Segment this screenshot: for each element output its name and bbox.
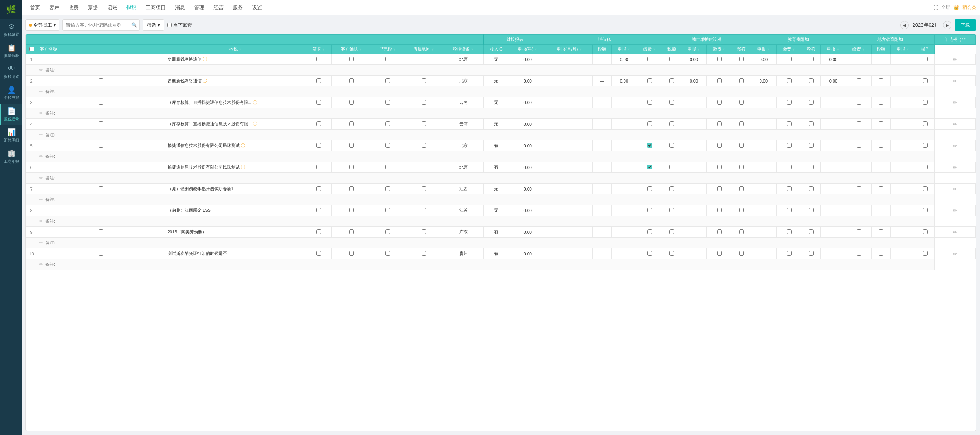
zz-shenbao-cell-checkbox[interactable] xyxy=(647,186,652,191)
jy-shenbao-cell-checkbox[interactable] xyxy=(787,229,792,234)
zz-shenbao-cell-checkbox[interactable] xyxy=(647,121,652,126)
cs-jiaofei-cell-checkbox[interactable] xyxy=(739,229,744,234)
check-all-checkbox[interactable] xyxy=(29,47,34,51)
row-checkbox[interactable] xyxy=(99,100,103,105)
df-jiaofei-cell-checkbox[interactable] xyxy=(879,57,883,61)
edit-icon[interactable]: ✏ xyxy=(953,186,957,192)
jy-jiaofei-cell-checkbox[interactable] xyxy=(809,165,814,169)
queren-cell-checkbox[interactable] xyxy=(385,100,390,105)
wanshui-cell-checkbox[interactable] xyxy=(422,165,426,169)
cs-shenbao-cell-checkbox[interactable] xyxy=(717,57,722,61)
edit-remark-icon[interactable]: ✏ xyxy=(39,111,43,115)
th-zz-shenbao[interactable]: 申报▼ xyxy=(611,45,637,54)
edit-remark-icon[interactable]: ✏ xyxy=(39,67,43,72)
chaoshui-cell-checkbox[interactable] xyxy=(316,208,321,212)
df-jiaofei-cell-checkbox[interactable] xyxy=(879,186,883,191)
df-shenbao-cell-checkbox[interactable] xyxy=(857,57,861,61)
yh-shenbao-cell-checkbox[interactable] xyxy=(923,57,928,61)
jy-shenbao-cell-checkbox[interactable] xyxy=(787,186,792,191)
df-jiaofei-cell-checkbox[interactable] xyxy=(879,78,883,83)
zz-jiaofei-cell-checkbox[interactable] xyxy=(669,78,674,83)
nav-tax[interactable]: 报税 xyxy=(122,0,141,15)
queren-cell-checkbox[interactable] xyxy=(385,78,390,83)
sidebar-item-gongshangnian-bao[interactable]: 🏢 工商年报 xyxy=(0,146,22,167)
cs-jiaofei-cell-checkbox[interactable] xyxy=(739,251,744,256)
zz-jiaofei-cell-checkbox[interactable] xyxy=(669,143,674,148)
row-checkbox[interactable] xyxy=(99,186,103,191)
zz-jiaofei-cell-checkbox[interactable] xyxy=(669,229,674,234)
nav-manage[interactable]: 管理 xyxy=(190,0,209,15)
edit-icon[interactable]: ✏ xyxy=(953,121,957,127)
th-cs-jiaofei[interactable]: 缴费▼ xyxy=(707,45,732,54)
df-jiaofei-cell-checkbox[interactable] xyxy=(879,229,883,234)
edit-cell[interactable]: ✏ xyxy=(935,184,976,194)
row-checkbox[interactable] xyxy=(99,121,103,126)
df-shenbao-cell-checkbox[interactable] xyxy=(857,78,861,83)
jy-shenbao-cell-checkbox[interactable] xyxy=(787,143,792,148)
queren-cell-checkbox[interactable] xyxy=(385,229,390,234)
nav-fees[interactable]: 收费 xyxy=(64,0,83,15)
chaoshui-cell-checkbox[interactable] xyxy=(316,78,321,83)
edit-remark-icon[interactable]: ✏ xyxy=(39,89,43,94)
zz-jiaofei-cell-checkbox[interactable] xyxy=(669,186,674,191)
qingka-cell-checkbox[interactable] xyxy=(349,57,354,61)
sidebar-item-baoshui-shezhi[interactable]: ⚙ 报税设置 xyxy=(0,19,22,40)
cs-jiaofei-cell-checkbox[interactable] xyxy=(739,143,744,148)
yh-shenbao-cell-checkbox[interactable] xyxy=(923,78,928,83)
jy-shenbao-cell-checkbox[interactable] xyxy=(787,78,792,83)
zz-jiaofei-cell-checkbox[interactable] xyxy=(669,121,674,126)
df-jiaofei-cell-checkbox[interactable] xyxy=(879,121,883,126)
edit-remark-icon[interactable]: ✏ xyxy=(39,175,43,180)
nav-invoice[interactable]: 票据 xyxy=(83,0,103,15)
sidebar-item-huizong-mingxi[interactable]: 📊 汇总明细 xyxy=(0,125,22,146)
df-shenbao-cell-checkbox[interactable] xyxy=(857,100,861,105)
th-queren[interactable]: 客户确认▼ xyxy=(332,45,371,54)
th-yh-shenbao[interactable]: 申报▼ xyxy=(890,45,916,54)
cs-jiaofei-cell-checkbox[interactable] xyxy=(739,208,744,212)
df-jiaofei-cell-checkbox[interactable] xyxy=(879,143,883,148)
jy-shenbao-cell-checkbox[interactable] xyxy=(787,208,792,212)
row-checkbox[interactable] xyxy=(99,165,103,169)
th-df-jiaofei[interactable]: 缴费▼ xyxy=(846,45,872,54)
qingka-cell-checkbox[interactable] xyxy=(349,251,354,256)
edit-cell[interactable]: ✏ xyxy=(935,140,976,151)
qingka-cell-checkbox[interactable] xyxy=(349,143,354,148)
edit-cell[interactable]: ✏ xyxy=(935,248,976,259)
nav-message[interactable]: 消息 xyxy=(170,0,190,15)
df-jiaofei-cell-checkbox[interactable] xyxy=(879,165,883,169)
wanshui-cell-checkbox[interactable] xyxy=(422,186,426,191)
th-shenbao-yue[interactable]: 申报(月/月)▼ xyxy=(546,45,593,54)
row-checkbox[interactable] xyxy=(99,78,103,83)
edit-icon[interactable]: ✏ xyxy=(953,99,957,106)
edit-remark-icon[interactable]: ✏ xyxy=(39,154,43,158)
yh-shenbao-cell-checkbox[interactable] xyxy=(923,143,928,148)
nav-operation[interactable]: 经营 xyxy=(209,0,228,15)
zz-shenbao-cell-checkbox[interactable] xyxy=(647,165,652,169)
zz-shenbao-cell-checkbox[interactable] xyxy=(647,78,652,83)
edit-cell[interactable]: ✏ xyxy=(935,205,976,216)
yh-shenbao-cell-checkbox[interactable] xyxy=(923,121,928,126)
edit-cell[interactable]: ✏ xyxy=(935,54,976,65)
row-checkbox[interactable] xyxy=(99,229,103,234)
chaoshui-cell-checkbox[interactable] xyxy=(316,143,321,148)
cs-jiaofei-cell-checkbox[interactable] xyxy=(739,100,744,105)
jy-shenbao-cell-checkbox[interactable] xyxy=(787,121,792,126)
sidebar-item-baoshui-langlan[interactable]: 👁 报税浏览 xyxy=(0,62,22,83)
cs-shenbao-cell-checkbox[interactable] xyxy=(717,208,722,212)
wanshui-cell-checkbox[interactable] xyxy=(422,57,426,61)
th-jy-shenbao[interactable]: 申报▼ xyxy=(751,45,776,54)
cs-jiaofei-cell-checkbox[interactable] xyxy=(739,165,744,169)
sidebar-item-piliang-baoshui[interactable]: 📋 批量报税 xyxy=(0,40,22,62)
wanshui-cell-checkbox[interactable] xyxy=(422,100,426,105)
queren-cell-checkbox[interactable] xyxy=(385,121,390,126)
edit-remark-icon[interactable]: ✏ xyxy=(39,262,43,266)
df-shenbao-cell-checkbox[interactable] xyxy=(857,143,861,148)
edit-cell[interactable]: ✏ xyxy=(935,227,976,238)
zz-jiaofei-cell-checkbox[interactable] xyxy=(669,251,674,256)
edit-cell[interactable]: ✏ xyxy=(935,97,976,108)
zz-jiaofei-cell-checkbox[interactable] xyxy=(669,165,674,169)
zz-shenbao-cell-checkbox[interactable] xyxy=(647,251,652,256)
row-checkbox[interactable] xyxy=(99,208,103,212)
yh-shenbao-cell-checkbox[interactable] xyxy=(923,208,928,212)
sidebar-item-baoshui-jilu[interactable]: 📄 报税记录 xyxy=(0,104,22,125)
